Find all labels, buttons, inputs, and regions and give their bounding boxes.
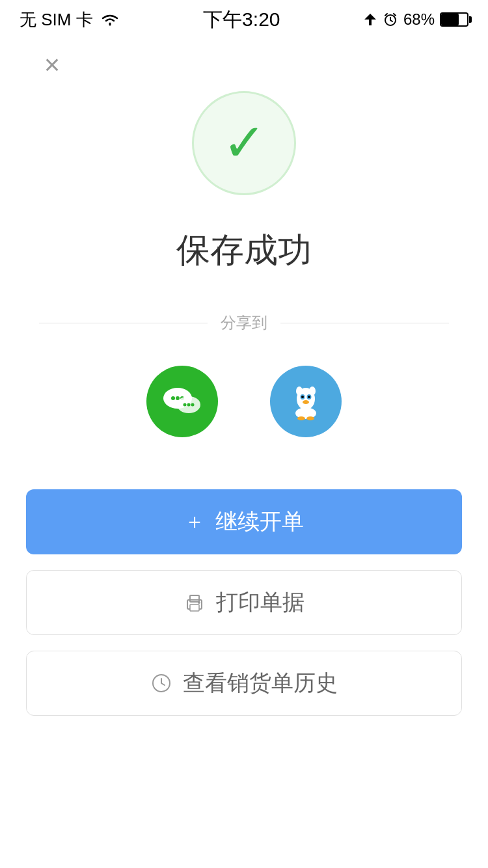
svg-point-16: [308, 396, 310, 398]
print-button[interactable]: 打印单据: [26, 570, 462, 635]
wechat-icon: [159, 379, 205, 424]
svg-point-18: [297, 416, 305, 420]
continue-label: 继续开单: [215, 507, 304, 537]
svg-point-19: [306, 416, 314, 420]
share-divider: 分享到: [0, 312, 488, 333]
qq-icon: [285, 381, 327, 423]
divider-line-right: [280, 323, 449, 323]
wifi-icon: [100, 12, 120, 27]
printer-icon: [183, 591, 206, 614]
qq-share-button[interactable]: [270, 366, 342, 437]
location-icon: [363, 12, 377, 27]
svg-rect-21: [190, 604, 199, 611]
wechat-share-button[interactable]: [146, 366, 218, 437]
share-icons: [146, 366, 342, 437]
battery-icon: [440, 12, 468, 27]
print-label: 打印单据: [216, 588, 305, 617]
svg-rect-22: [190, 595, 199, 602]
status-right: 68%: [363, 10, 468, 29]
svg-point-2: [171, 396, 175, 400]
svg-point-6: [183, 403, 187, 407]
main-content: ✓ 保存成功 分享到: [0, 39, 488, 868]
success-circle: ✓: [192, 91, 296, 195]
share-label: 分享到: [208, 312, 280, 333]
battery-percent: 68%: [403, 10, 435, 29]
history-button[interactable]: 查看销货单历史: [26, 651, 462, 716]
svg-point-7: [187, 403, 191, 407]
success-title: 保存成功: [176, 228, 312, 273]
history-icon: [150, 672, 172, 694]
svg-point-23: [198, 601, 200, 604]
svg-point-3: [176, 396, 180, 400]
svg-point-11: [296, 387, 303, 396]
plus-icon: ＋: [184, 508, 205, 536]
svg-point-8: [191, 403, 195, 407]
status-time: 下午3:20: [203, 7, 280, 33]
svg-point-12: [309, 387, 316, 396]
alarm-icon: [383, 12, 398, 27]
status-bar: 无 SIM 卡 下午3:20 68%: [0, 0, 488, 39]
status-left: 无 SIM 卡: [20, 8, 120, 31]
action-buttons: ＋ 继续开单 打印单据 查看销货单历史: [0, 489, 488, 716]
history-label: 查看销货单历史: [183, 668, 338, 698]
divider-line-left: [39, 323, 208, 323]
carrier-text: 无 SIM 卡: [20, 8, 93, 31]
svg-point-15: [301, 396, 304, 398]
continue-button[interactable]: ＋ 继续开单: [26, 489, 462, 554]
checkmark-icon: ✓: [223, 117, 266, 169]
svg-point-17: [303, 400, 309, 404]
